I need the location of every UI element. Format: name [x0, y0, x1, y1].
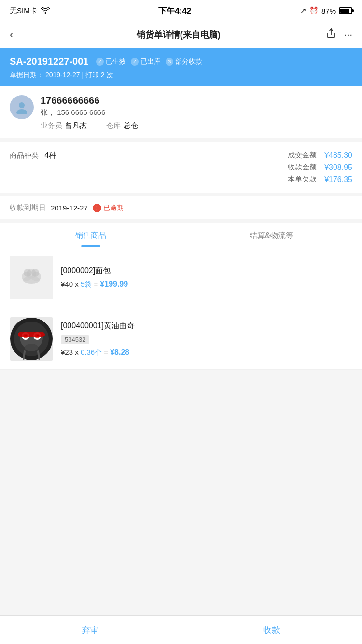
print-count: 2	[101, 71, 105, 79]
amount-label: 成交金额	[288, 151, 317, 160]
list-item: [0000002]面包 ¥40 x 5袋 = ¥199.99	[0, 247, 362, 308]
status-bar: 无SIM卡 下午4:42 ↗ ⏰ 87%	[0, 0, 362, 21]
back-button[interactable]: ‹	[10, 28, 31, 41]
salesman-item: 业务员 曾凡杰	[41, 121, 87, 130]
battery-percent: 87%	[321, 7, 336, 15]
customer-info: 17666666666 张， 156 6666 6666 业务员 曾凡杰 仓库 …	[41, 95, 352, 130]
carrier-label: 无SIM卡	[10, 6, 37, 15]
customer-section: 17666666666 张， 156 6666 6666 业务员 曾凡杰 仓库 …	[0, 86, 362, 142]
tab-settlement-label: 结算&物流等	[250, 231, 293, 239]
product-image-1	[10, 256, 53, 299]
svg-point-8	[23, 276, 40, 284]
amount-row: 成交金额 ¥485.30	[288, 151, 352, 160]
customer-meta: 业务员 曾凡杰 仓库 总仓	[41, 121, 352, 130]
warehouse-value: 总仓	[124, 121, 138, 130]
due-date-value: 2019-12-27	[51, 204, 88, 212]
print-separator: | 打印	[82, 71, 100, 79]
customer-id: 17666666666	[41, 95, 352, 106]
summary-left: 商品种类 4种	[10, 151, 56, 162]
location-icon: ↗	[300, 6, 306, 15]
tab-sales-products[interactable]: 销售商品	[0, 223, 181, 247]
more-button[interactable]: ···	[344, 29, 352, 40]
debt-row: 本单欠款 ¥176.35	[288, 175, 352, 184]
category-label: 商品种类 4种	[10, 151, 56, 161]
overdue-label: 已逾期	[103, 204, 124, 212]
badge-partial: ⊙ 部分收款	[166, 57, 202, 66]
cancel-review-button[interactable]: 弃审	[0, 616, 181, 644]
tab-settlement[interactable]: 结算&物流等	[181, 223, 362, 247]
category-count: 4种	[44, 151, 56, 159]
svg-point-18	[25, 344, 38, 351]
collect-button[interactable]: 收款	[181, 616, 362, 644]
overdue-badge: ! 已逾期	[93, 204, 124, 212]
product-price-1: ¥40 x 5袋 = ¥199.99	[61, 280, 352, 289]
order-date-value: 2019-12-27	[45, 71, 80, 79]
wifi-icon	[41, 7, 50, 15]
product-info-1: [0000002]面包 ¥40 x 5袋 = ¥199.99	[61, 266, 352, 289]
product-price-2: ¥23 x 0.36个 = ¥8.28	[61, 348, 352, 357]
svg-point-7	[31, 269, 39, 277]
order-header-top: SA-20191227-001 ✓ 已生效 ✓ 已出库 ⊙ 部分收款	[10, 56, 352, 67]
product-image-2	[10, 317, 53, 361]
due-section: 收款到期日 2019-12-27 ! 已逾期	[0, 196, 362, 223]
product-info-2: [000400001]黄油曲奇 534532 ¥23 x 0.36个 = ¥8.…	[61, 321, 352, 357]
product-name-1: [0000002]面包	[61, 266, 352, 276]
partial-icon: ⊙	[166, 58, 173, 66]
list-item: [000400001]黄油曲奇 534532 ¥23 x 0.36个 = ¥8.…	[0, 308, 362, 370]
share-button[interactable]	[326, 28, 336, 41]
product-list: [0000002]面包 ¥40 x 5袋 = ¥199.99	[0, 247, 362, 370]
collected-row: 收款金额 ¥308.95	[288, 163, 352, 172]
tabs-section: 销售商品 结算&物流等	[0, 223, 362, 247]
order-date: 单据日期： 2019-12-27 | 打印 2 次	[10, 71, 352, 80]
warehouse-item: 仓库 总仓	[106, 121, 138, 130]
status-left: 无SIM卡	[10, 6, 50, 15]
bottom-bar: 弃审 收款	[0, 615, 362, 644]
customer-name-phone: 张， 156 6666 6666	[41, 108, 352, 117]
svg-rect-17	[18, 332, 45, 337]
badge-active: ✓ 已生效	[96, 57, 126, 66]
summary-section: 商品种类 4种 成交金额 ¥485.30 收款金额 ¥308.95 本单欠款 ¥…	[0, 142, 362, 196]
summary-right: 成交金额 ¥485.30 收款金额 ¥308.95 本单欠款 ¥176.35	[288, 151, 352, 184]
overdue-icon: !	[93, 204, 101, 212]
nav-bar: ‹ 销货单详情(来自电脑) ···	[0, 21, 362, 48]
badge-active-label: 已生效	[106, 57, 126, 66]
collected-label: 收款金额	[288, 163, 317, 172]
active-icon: ✓	[96, 58, 104, 66]
battery-icon	[339, 7, 352, 14]
badge-shipped-label: 已出库	[140, 57, 161, 66]
page-title: 销货单详情(来自电脑)	[31, 29, 326, 41]
status-badges: ✓ 已生效 ✓ 已出库 ⊙ 部分收款	[96, 57, 202, 66]
status-time: 下午4:42	[158, 5, 191, 16]
debt-label: 本单欠款	[288, 175, 317, 184]
date-label: 单据日期：	[10, 71, 43, 79]
product-name-2: [000400001]黄油曲奇	[61, 321, 352, 331]
product-batch-2: 534532	[61, 335, 89, 344]
amount-value: ¥485.30	[324, 151, 352, 160]
salesman-value: 曾凡杰	[65, 121, 87, 130]
due-label: 收款到期日	[10, 203, 46, 212]
svg-point-1	[19, 102, 25, 108]
warehouse-label: 仓库	[106, 121, 121, 130]
order-header: SA-20191227-001 ✓ 已生效 ✓ 已出库 ⊙ 部分收款 单据日期：…	[0, 48, 362, 86]
salesman-label: 业务员	[41, 121, 62, 130]
status-right: ↗ ⏰ 87%	[300, 6, 352, 15]
nav-actions: ···	[326, 28, 352, 41]
customer-name: 张，	[41, 108, 55, 116]
svg-point-6	[24, 269, 31, 277]
print-unit: 次	[107, 71, 113, 79]
customer-phone-value: 156 6666 6666	[57, 108, 105, 116]
tab-sales-label: 销售商品	[75, 231, 106, 239]
avatar	[10, 95, 34, 119]
badge-partial-label: 部分收款	[175, 57, 202, 66]
collected-value: ¥308.95	[324, 163, 352, 172]
alarm-icon: ⏰	[309, 6, 319, 15]
svg-point-2	[16, 109, 27, 114]
order-number: SA-20191227-001	[10, 56, 88, 67]
debt-value: ¥176.35	[324, 175, 352, 184]
badge-shipped: ✓ 已出库	[131, 57, 161, 66]
shipped-icon: ✓	[131, 58, 139, 66]
